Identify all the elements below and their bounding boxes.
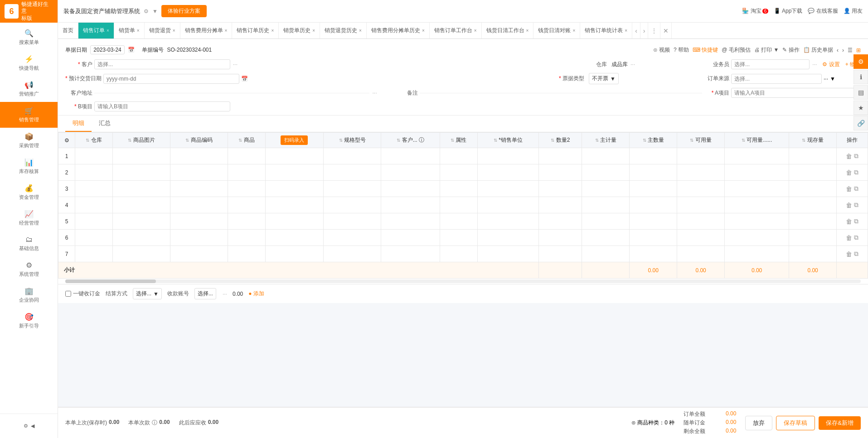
sidebar-item-finance[interactable]: 💰 资金管理 bbox=[0, 179, 58, 205]
row-spec[interactable] bbox=[324, 164, 381, 181]
row-warehouse[interactable] bbox=[75, 148, 113, 164]
row-customer-code[interactable] bbox=[381, 164, 440, 181]
tab-cash-reconcile[interactable]: 钱货日清对账 × bbox=[533, 23, 580, 39]
view-btn[interactable]: ⊙ 视频 bbox=[653, 46, 670, 54]
row-warehouse[interactable] bbox=[75, 164, 113, 181]
row-available2[interactable] bbox=[725, 148, 789, 164]
side-info-btn[interactable]: ℹ bbox=[853, 70, 868, 84]
row-customer-code[interactable] bbox=[381, 148, 440, 164]
row-image[interactable] bbox=[112, 148, 170, 164]
user-link[interactable]: 👤 用友 bbox=[844, 7, 863, 15]
address-dots[interactable]: ··· bbox=[372, 90, 377, 96]
side-link-btn[interactable]: 🔗 bbox=[853, 116, 868, 130]
shortcut-btn[interactable]: ⌨ 快捷键 bbox=[693, 46, 718, 54]
copy-icon[interactable]: ⧉ bbox=[854, 250, 858, 258]
tab-sales-workbench[interactable]: 销售订单工作台 × bbox=[430, 23, 482, 39]
row-stock[interactable] bbox=[789, 148, 837, 164]
th-warehouse[interactable]: ⇅ 仓库 bbox=[75, 133, 113, 148]
row-attr[interactable] bbox=[440, 164, 478, 181]
row-unit[interactable] bbox=[477, 164, 539, 181]
row-unit[interactable] bbox=[477, 148, 539, 164]
row-main-unit[interactable] bbox=[582, 164, 630, 181]
tab-nav-more[interactable]: ⋮ bbox=[648, 23, 660, 39]
layout-grid-icon[interactable]: ⊞ bbox=[856, 47, 861, 53]
th-available2[interactable]: ⇅ 可用量...... bbox=[725, 133, 789, 148]
settings-gear-icon[interactable]: ⚙ bbox=[144, 8, 149, 14]
row-code[interactable] bbox=[170, 164, 228, 181]
save-new-button[interactable]: 保存&新增 bbox=[819, 416, 861, 430]
account-dots[interactable]: ··· bbox=[223, 291, 227, 297]
th-main-qty[interactable]: ⇅ 主数量 bbox=[630, 133, 677, 148]
delete-icon[interactable]: 🗑 bbox=[846, 250, 852, 258]
salesperson-dots[interactable]: ··· bbox=[812, 61, 817, 67]
note-input[interactable] bbox=[420, 93, 703, 93]
close-icon[interactable]: × bbox=[312, 28, 315, 33]
scroll-track[interactable] bbox=[65, 279, 861, 283]
row-name[interactable] bbox=[228, 164, 266, 181]
customer-dots[interactable]: ··· bbox=[233, 61, 238, 67]
copy-icon[interactable]: ⧉ bbox=[854, 185, 858, 193]
copy-icon[interactable]: ⧉ bbox=[854, 201, 858, 209]
sidebar-item-search[interactable]: 🔍 搜索菜单 bbox=[0, 24, 58, 50]
sidebar-item-purchase[interactable]: 📦 采购管理 bbox=[0, 128, 58, 154]
close-icon[interactable]: × bbox=[625, 28, 627, 33]
tab-home[interactable]: 首页 bbox=[58, 23, 78, 39]
dropdown-arrow-icon[interactable]: ▼ bbox=[152, 8, 158, 14]
row-available2[interactable] bbox=[725, 164, 789, 181]
industry-solution-button[interactable]: 体验行业方案 bbox=[161, 5, 207, 17]
address-value[interactable] bbox=[94, 93, 369, 93]
row-available[interactable] bbox=[677, 148, 725, 164]
row-attr[interactable] bbox=[440, 148, 478, 164]
sidebar-settings[interactable]: ⚙ ◀ bbox=[0, 419, 58, 433]
delete-icon[interactable]: 🗑 bbox=[846, 218, 852, 225]
account-select[interactable]: 选择... bbox=[194, 288, 216, 299]
th-scan[interactable]: 扫码录入 bbox=[265, 133, 323, 148]
close-icon[interactable]: × bbox=[422, 28, 425, 33]
th-name[interactable]: ⇅ 商品 bbox=[228, 133, 266, 148]
tab-expense-split[interactable]: 销售费用分摊单 × bbox=[180, 23, 233, 39]
sidebar-item-sales[interactable]: 🛒 销售管理 bbox=[0, 102, 58, 128]
row-stock[interactable] bbox=[789, 164, 837, 181]
row-scan[interactable] bbox=[265, 164, 323, 181]
th-image[interactable]: ⇅ 商品图片 bbox=[112, 133, 170, 148]
one-click-checkbox[interactable] bbox=[65, 291, 71, 297]
delete-icon[interactable]: 🗑 bbox=[846, 153, 852, 160]
side-star-btn[interactable]: ★ bbox=[853, 101, 868, 115]
scan-button[interactable]: 扫码录入 bbox=[281, 135, 308, 145]
sidebar-item-enterprise[interactable]: 🏢 企业协同 bbox=[0, 282, 58, 308]
add-payment-btn[interactable]: ● 添加 bbox=[248, 290, 264, 298]
tab-sales-history[interactable]: 销售订单历史 × bbox=[232, 23, 279, 39]
help-btn[interactable]: ? 帮助 bbox=[674, 46, 689, 54]
tab-expense-history[interactable]: 销售费用分摊单历史 × bbox=[367, 23, 430, 39]
nav-prev-btn[interactable]: ‹ bbox=[837, 47, 839, 53]
tab-detail[interactable]: 明细 bbox=[65, 116, 92, 132]
order-source-input[interactable] bbox=[731, 74, 822, 84]
row-scan[interactable] bbox=[265, 148, 323, 164]
row-name[interactable] bbox=[228, 148, 266, 164]
row-main-qty[interactable] bbox=[630, 164, 677, 181]
tab-cash-clear[interactable]: 钱货日清工作台 × bbox=[482, 23, 534, 39]
profit-btn[interactable]: @ 毛利预估 bbox=[722, 46, 751, 54]
row-image[interactable] bbox=[112, 164, 170, 181]
close-icon[interactable]: × bbox=[572, 28, 575, 33]
th-attr[interactable]: ⇅ 属性 bbox=[440, 133, 478, 148]
th-code[interactable]: ⇅ 商品编码 bbox=[170, 133, 228, 148]
settings-btn[interactable]: ⚙ 设置 bbox=[822, 61, 839, 68]
tab-sales-return[interactable]: 销货单 × bbox=[114, 23, 145, 39]
b-project-input[interactable] bbox=[94, 101, 230, 111]
delete-icon[interactable]: 🗑 bbox=[846, 185, 852, 193]
row-warehouse[interactable] bbox=[75, 181, 113, 197]
sidebar-item-system[interactable]: ⚙ 系统管理 bbox=[0, 256, 58, 282]
row-spec[interactable] bbox=[324, 148, 381, 164]
row-available[interactable] bbox=[677, 164, 725, 181]
save-draft-button[interactable]: 保存草稿 bbox=[776, 416, 815, 430]
salesperson-input[interactable] bbox=[731, 59, 810, 69]
tab-return-history[interactable]: 销货退货历史 × bbox=[320, 23, 367, 39]
row-main-qty[interactable] bbox=[630, 148, 677, 164]
th-settings[interactable]: ⚙ bbox=[58, 133, 75, 148]
app-download-link[interactable]: 📱 App下载 bbox=[774, 7, 802, 15]
expected-date-input[interactable] bbox=[103, 74, 239, 84]
customer-input[interactable] bbox=[94, 59, 230, 69]
side-layout-btn[interactable]: ▤ bbox=[853, 85, 868, 100]
print-btn[interactable]: 🖨 打印 ▼ bbox=[754, 46, 779, 54]
